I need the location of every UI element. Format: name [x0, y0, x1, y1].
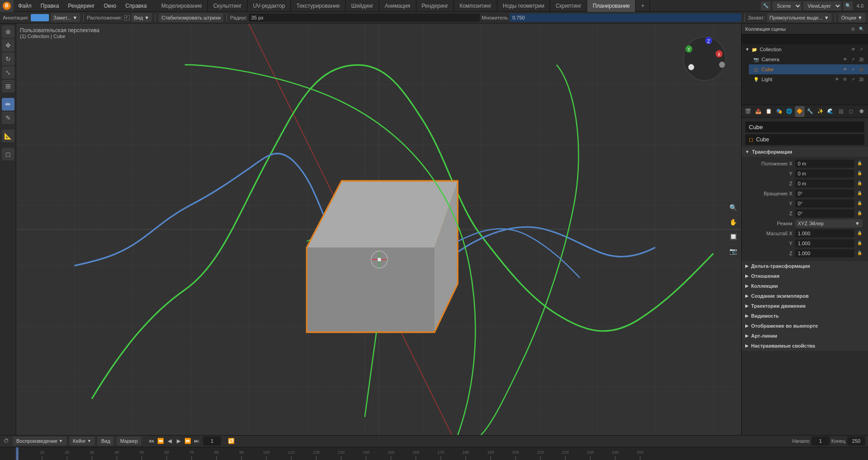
workspace-geometry-nodes[interactable]: Ноды геометрии [497, 0, 550, 12]
global-search[interactable]: 🔍 [843, 1, 853, 10]
scene-select[interactable]: Scene [772, 1, 801, 10]
menu-file[interactable]: Файл [14, 0, 36, 12]
next-key-btn[interactable]: ⏩ [184, 437, 191, 445]
timeline-ruler[interactable]: 1 10 20 30 40 50 60 70 80 90 100 110 120 [0, 447, 868, 460]
outliner-item-cube[interactable]: ◻ Cube 👁 ↗ 🎥 [749, 64, 868, 74]
keying-btn[interactable]: Кейнг ▼ [69, 436, 95, 445]
prop-tab-data[interactable]: ◻ [847, 106, 856, 117]
prop-tab-physics[interactable]: 🌊 [826, 106, 835, 117]
menu-help[interactable]: Справка [121, 0, 151, 12]
marker-btn[interactable]: Маркер [116, 436, 141, 445]
workspace-modeling[interactable]: Моделирование [156, 0, 208, 12]
workspace-texture[interactable]: Текстурирование [291, 0, 346, 12]
cursor-icon-light[interactable]: ↗ [850, 76, 856, 82]
location-x-lock[interactable]: 🔒 [857, 161, 863, 166]
workspace-rendering[interactable]: Рендеринг [416, 0, 454, 12]
outliner-item-collection[interactable]: ▼ 📁 Collection 👁 ↗ [742, 44, 868, 54]
scale-x-lock[interactable]: 🔒 [857, 231, 863, 236]
rotation-y-input[interactable]: 0° [795, 199, 854, 208]
outliner-filter-btn[interactable]: ⊞ [850, 26, 856, 32]
jump-first-btn[interactable]: ⏮ [148, 437, 155, 445]
menu-render[interactable]: Рендеринг [63, 0, 99, 12]
start-frame-input[interactable]: 1 [811, 436, 829, 445]
rotation-x-lock[interactable]: 🔒 [857, 191, 863, 196]
capture-dropdown[interactable]: Прямоугольное выде... ▼ [767, 13, 832, 22]
eye-icon-cube[interactable]: 👁 [842, 66, 848, 73]
location-x-input[interactable]: 0 m [795, 160, 854, 168]
motion-paths-header[interactable]: ▶ Траектории движения [742, 301, 868, 311]
settings-icon-light[interactable]: ⚙ [842, 76, 848, 82]
current-frame-display[interactable]: 1 [203, 436, 221, 445]
workspace-sculpting[interactable]: Скульптинг [208, 0, 248, 12]
view-mode-dropdown[interactable]: Вид ▼ [131, 13, 152, 22]
transform-section-header[interactable]: ▼ Трансформация [742, 147, 868, 157]
measure-tool[interactable]: 📐 [2, 130, 14, 142]
prop-tab-output[interactable]: 📤 [754, 106, 763, 117]
location-checkbox[interactable]: ✓ [124, 15, 130, 20]
rotation-z-lock[interactable]: 🔒 [857, 211, 863, 216]
jump-last-btn[interactable]: ⏭ [193, 437, 200, 445]
workspace-scripting[interactable]: Скриптинг [550, 0, 587, 12]
viewport[interactable]: X Y Z Пользовательская перспектива (1) C… [16, 24, 741, 435]
instancing-header[interactable]: ▶ Создание экземпляров [742, 291, 868, 301]
view-btn[interactable]: Вид [97, 436, 114, 445]
scale-y-input[interactable]: 1.000 [795, 239, 854, 247]
cursor-icon-collection[interactable]: ↗ [858, 46, 864, 53]
viewport-display-header[interactable]: ▶ Отображение во вьюпорте [742, 321, 868, 331]
workspace-animation[interactable]: Анимация [379, 0, 416, 12]
collections-header[interactable]: ▶ Коллекции [742, 281, 868, 291]
rotation-x-input[interactable]: 0° [795, 189, 854, 198]
scale-y-lock[interactable]: 🔒 [857, 241, 863, 246]
scale-z-lock[interactable]: 🔒 [857, 251, 863, 256]
prev-key-btn[interactable]: ⏪ [157, 437, 164, 445]
workspace-shading[interactable]: Шейдинг [346, 0, 379, 12]
pan-btn[interactable]: ✋ [727, 216, 739, 228]
location-z-input[interactable]: 0 m [795, 179, 854, 188]
transform-tool[interactable]: ⊞ [2, 80, 14, 92]
rotation-y-lock[interactable]: 🔒 [857, 201, 863, 206]
render-icon-camera[interactable]: 🎥 [858, 56, 864, 63]
location-y-input[interactable]: 0 m [795, 169, 854, 178]
timeline-mode-icon[interactable]: ⏱ [3, 437, 10, 445]
playback-btn[interactable]: Воспроизведение ▼ [13, 436, 67, 445]
data-name-field[interactable]: ◻ Cube [745, 134, 864, 145]
prop-tab-world[interactable]: 🌐 [785, 106, 794, 117]
workspace-uv[interactable]: UV-редактор [247, 0, 291, 12]
relations-header[interactable]: ▶ Отношения [742, 271, 868, 281]
eye-icon-collection[interactable]: 👁 [850, 46, 856, 53]
multiplier-input[interactable]: 0.750 [510, 14, 741, 22]
prop-tab-particles[interactable]: ✨ [815, 106, 825, 117]
scale-tool[interactable]: ⤡ [2, 66, 14, 79]
object-name-field[interactable]: Cube [745, 121, 864, 132]
prop-tab-render[interactable]: 🎬 [743, 106, 753, 117]
play-back-btn[interactable]: ◀ [166, 437, 173, 445]
scale-x-input[interactable]: 1.000 [795, 229, 854, 237]
eye-icon-light[interactable]: 👁 [834, 76, 840, 82]
engine-select[interactable]: 🔧 [761, 1, 771, 10]
zoom-in-btn[interactable]: 🔍 [727, 201, 739, 214]
radius-input[interactable]: 35 px [249, 14, 480, 22]
workspace-compositing[interactable]: Композитинг [454, 0, 497, 12]
prop-tab-scene[interactable]: 🎭 [774, 106, 784, 117]
play-btn[interactable]: ▶ [175, 437, 182, 445]
camera-btn[interactable]: 📷 [727, 245, 739, 257]
loop-toggle[interactable]: 🔁 [227, 437, 235, 445]
prop-tab-constraints[interactable]: ⛓ [836, 106, 846, 117]
outliner-item-camera[interactable]: 📷 Camera 👁 ↗ 🎥 [749, 54, 868, 64]
outliner-item-light[interactable]: 💡 Light 👁 ⚙ ↗ 🎥 [749, 74, 868, 84]
menu-edit[interactable]: Правка [36, 0, 64, 12]
blender-logo[interactable]: B [0, 0, 14, 12]
rotate-tool[interactable]: ↻ [2, 53, 14, 65]
lineart-header[interactable]: ▶ Арт-линии [742, 331, 868, 341]
location-y-lock[interactable]: 🔒 [857, 171, 863, 176]
visibility-header[interactable]: ▶ Видимость [742, 311, 868, 321]
annotate-tool[interactable]: ✏ [2, 98, 14, 111]
rotation-z-input[interactable]: 0° [795, 209, 854, 218]
eye-icon-camera[interactable]: 👁 [842, 56, 848, 63]
zoom-out-btn[interactable]: 🔲 [727, 230, 739, 243]
prop-tab-material[interactable]: ⬟ [857, 106, 866, 117]
custom-props-header[interactable]: ▶ Настраиваемые свойства [742, 341, 868, 351]
options-dropdown[interactable]: Опции ▼ [839, 13, 865, 22]
cursor-tool[interactable]: ⊕ [2, 25, 14, 38]
location-z-lock[interactable]: 🔒 [857, 181, 863, 186]
